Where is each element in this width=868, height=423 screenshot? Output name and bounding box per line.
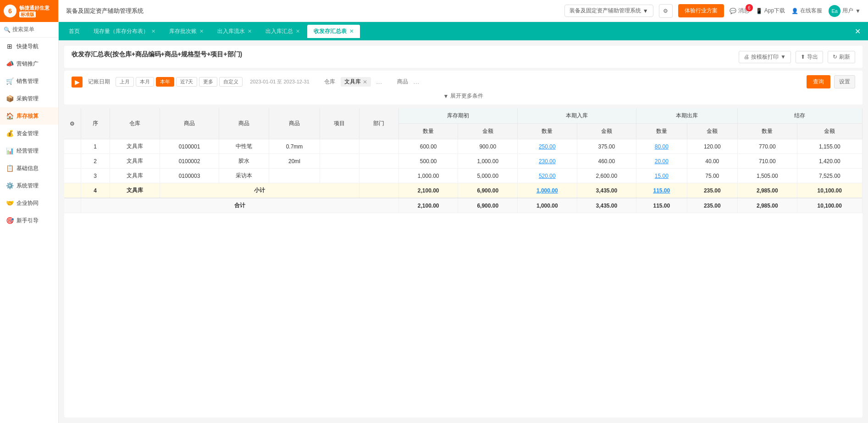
finance-icon: 💰: [6, 129, 14, 137]
warehouse-more-dots[interactable]: ...: [376, 79, 382, 85]
total-in-qty: 1,000.00: [518, 198, 577, 213]
row-project: [320, 154, 359, 169]
th-open-qty: 数量: [398, 124, 458, 139]
goods-label: 商品: [397, 78, 408, 86]
row-out-qty[interactable]: 20.00: [636, 154, 687, 169]
sidebar-item-operations[interactable]: 📊 经营管理: [0, 142, 58, 159]
th-settings[interactable]: ⚙: [64, 108, 81, 139]
tab-in-out-flow[interactable]: 出入库流水 ✕: [211, 25, 258, 38]
row-out-qty[interactable]: 15.00: [636, 169, 687, 183]
sidebar: 6 畅捷通好生意 标准版 🔍 搜索菜单 ⊞ 快捷导航 📣 营销推广 🛒 销售管理…: [0, 0, 59, 423]
sidebar-item-purchase[interactable]: 📦 采购管理: [0, 90, 58, 107]
total-out-qty: 115.00: [636, 198, 687, 213]
filter-settings-button[interactable]: 设置: [834, 75, 855, 88]
sidebar-item-basic-info[interactable]: 📋 基础信息: [0, 159, 58, 177]
topbar: 装备及固定资产辅助管理系统 装备及固定资产辅助管理系统 ▼ ⚙ 体验行业方案 💬…: [59, 0, 868, 22]
tab-close-icon[interactable]: ✕: [349, 28, 354, 34]
tab-in-out-summary[interactable]: 出入库汇总 ✕: [259, 25, 306, 38]
page-title: 收发存汇总表(按仓库+商品编码+商品+规格型号+项目+部门): [72, 50, 242, 59]
online-service-item[interactable]: 👤 在线客服: [791, 7, 822, 15]
sub-in-amt: 3,435.00: [577, 183, 636, 198]
dropdown-icon: ▼: [643, 8, 648, 14]
tab-close-icon[interactable]: ✕: [248, 28, 252, 34]
sidebar-item-quick-nav[interactable]: ⊞ 快捷导航: [0, 38, 58, 55]
total-close-qty: 2,985.00: [737, 198, 797, 213]
total-label: 合计: [81, 198, 398, 213]
sidebar-item-guide[interactable]: 🎯 新手引导: [0, 212, 58, 229]
tab-close-icon[interactable]: ✕: [199, 28, 204, 34]
expand-more-button[interactable]: ▼ 展开更多条件: [443, 92, 484, 100]
row-in-qty[interactable]: 520.00: [518, 169, 577, 183]
row-open-qty: 1,000.00: [398, 169, 458, 183]
filter-bar: ▶ 记账日期 上月 本月 本年 近7天 更多 自定义 2023-01-01 至 …: [64, 71, 862, 104]
app-download-item[interactable]: 📱 App下载: [756, 7, 785, 15]
sidebar-item-system[interactable]: ⚙️ 系统管理: [0, 177, 58, 194]
row-out-amt: 120.00: [687, 139, 737, 154]
filter-expand-button[interactable]: ▶: [72, 77, 83, 88]
sub-in-qty[interactable]: 1,000.00: [518, 183, 577, 198]
warehouse-label: 仓库: [324, 78, 335, 86]
th-closing: 结存: [737, 108, 862, 124]
tab-receive-send-summary[interactable]: 收发存汇总表 ✕: [307, 25, 360, 38]
row-open-amt: 900.00: [458, 139, 518, 154]
user-item[interactable]: Ea 用户 ▼: [829, 5, 861, 17]
date-btn-custom[interactable]: 自定义: [219, 77, 243, 87]
close-all-tabs[interactable]: ✕: [851, 25, 864, 38]
sidebar-item-marketing[interactable]: 📣 营销推广: [0, 55, 58, 72]
tab-inventory-dist[interactable]: 现存量（库存分布表） ✕: [87, 25, 162, 38]
row-close-amt: 1,155.00: [797, 139, 862, 154]
date-btn-more[interactable]: 更多: [199, 77, 217, 87]
enterprise-icon: 🤝: [6, 199, 14, 207]
row-out-qty[interactable]: 80.00: [636, 139, 687, 154]
date-btn-this-month[interactable]: 本月: [136, 77, 154, 87]
expand-more-row: ▼ 展开更多条件: [72, 92, 855, 100]
tab-home[interactable]: 首页: [62, 25, 86, 38]
operations-icon: 📊: [6, 147, 14, 155]
warehouse-tag-close[interactable]: ✕: [363, 79, 367, 85]
total-settings-cell: [64, 198, 81, 213]
th-out-qty: 数量: [636, 124, 687, 139]
sub-dept: [359, 183, 398, 198]
row-open-amt: 5,000.00: [458, 169, 518, 183]
sidebar-item-finance[interactable]: 💰 资金管理: [0, 125, 58, 142]
sidebar-item-inventory[interactable]: 🏠 库存核算: [0, 107, 58, 125]
settings-icon[interactable]: ⚙: [659, 4, 673, 18]
date-btn-7days[interactable]: 近7天: [176, 77, 197, 87]
tab-batch-ledger[interactable]: 库存批次账 ✕: [163, 25, 210, 38]
sub-out-amt: 235.00: [687, 183, 737, 198]
row-open-qty: 600.00: [398, 139, 458, 154]
template-print-button[interactable]: 🖨 按模板打印 ▼: [739, 51, 791, 63]
row-in-qty[interactable]: 230.00: [518, 154, 577, 169]
system-dropdown[interactable]: 装备及固定资产辅助管理系统 ▼: [564, 5, 653, 17]
row-goods-spec: 20ml: [269, 154, 320, 169]
th-goods-code: 商品: [160, 108, 219, 139]
table-row: 1 文具库 0100001 中性笔 0.7mm 600.00 900.00 25…: [64, 139, 862, 154]
tab-close-icon[interactable]: ✕: [151, 28, 155, 34]
refresh-button[interactable]: ↻ 刷新: [828, 51, 855, 63]
row-department: [359, 169, 398, 183]
row-in-qty[interactable]: 250.00: [518, 139, 577, 154]
message-item[interactable]: 💬 消息 6: [730, 7, 749, 15]
subtotal-row: 4 文具库 小计 2,100.00 6,900.00 1,000.00 3,43…: [64, 183, 862, 198]
date-btn-last-month[interactable]: 上月: [116, 77, 134, 87]
trial-button[interactable]: 体验行业方案: [678, 4, 724, 17]
search-menu[interactable]: 🔍 搜索菜单: [0, 22, 58, 38]
row-goods-name: 中性笔: [219, 139, 269, 154]
export-button[interactable]: ⬆ 导出: [796, 51, 823, 63]
basic-info-icon: 📋: [6, 164, 14, 172]
tab-close-icon[interactable]: ✕: [296, 28, 300, 34]
sidebar-item-enterprise[interactable]: 🤝 企业协同: [0, 194, 58, 212]
row-goods-spec: 0.7mm: [269, 139, 320, 154]
row-project: [320, 169, 359, 183]
sub-out-qty[interactable]: 115.00: [636, 183, 687, 198]
th-warehouse: 仓库: [110, 108, 160, 139]
sidebar-item-sales[interactable]: 🛒 销售管理: [0, 72, 58, 90]
row-close-amt: 1,420.00: [797, 154, 862, 169]
table-row: 3 文具库 0100003 采访本 1,000.00 5,000.00 520.…: [64, 169, 862, 183]
th-department: 部门: [359, 108, 398, 139]
search-icon: 🔍: [4, 27, 11, 33]
sub-label: 小计: [160, 183, 359, 198]
query-button[interactable]: 查询: [807, 75, 830, 88]
date-btn-this-year[interactable]: 本年: [156, 77, 174, 87]
goods-more-dots[interactable]: ...: [414, 79, 420, 85]
